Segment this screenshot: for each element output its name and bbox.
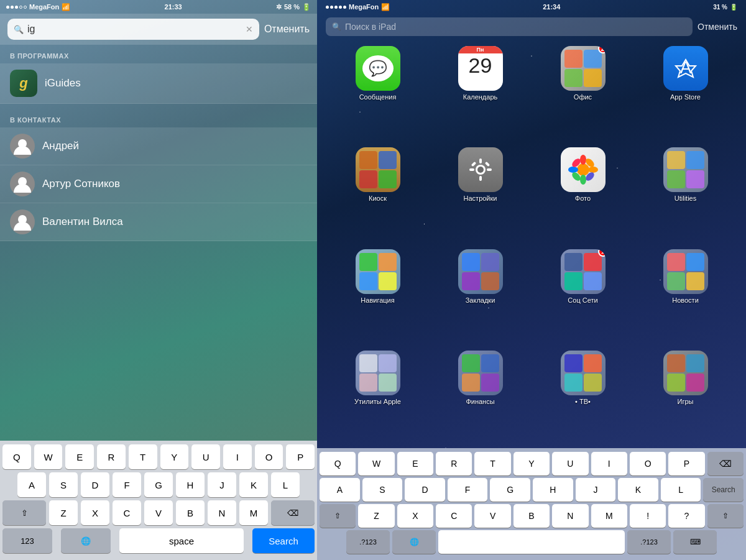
key-O[interactable]: O [255, 444, 283, 469]
calendar-icon: Пн 29 [458, 46, 503, 91]
key-B[interactable]: B [176, 500, 205, 525]
rkey-exclaim[interactable]: ! [630, 504, 666, 528]
app-calendar[interactable]: Пн 29 Календарь [432, 46, 528, 137]
cancel-button-right[interactable]: Отменить [698, 22, 737, 32]
key-U[interactable]: U [191, 444, 220, 469]
rkey-Q[interactable]: Q [320, 452, 356, 475]
contact-andrei[interactable]: Андрей [0, 127, 317, 165]
key-E[interactable]: E [65, 444, 94, 469]
app-settings[interactable]: Настройки [432, 147, 528, 239]
rkey-P[interactable]: P [668, 452, 704, 475]
rkey-N[interactable]: N [552, 504, 588, 528]
key-T[interactable]: T [129, 444, 157, 469]
rkey-globe[interactable]: 🌐 [392, 530, 436, 554]
key-R[interactable]: R [97, 444, 126, 469]
key-I[interactable]: I [223, 444, 252, 469]
key-X[interactable]: X [81, 500, 109, 525]
key-V[interactable]: V [144, 500, 173, 525]
rkey-space[interactable] [438, 530, 625, 554]
app-messages[interactable]: 💬 Сообщения [329, 46, 426, 137]
key-delete[interactable]: ⌫ [271, 500, 315, 525]
rkey-O[interactable]: O [630, 452, 666, 475]
key-J[interactable]: J [208, 472, 236, 497]
key-search[interactable]: Search [252, 528, 315, 553]
search-input-container[interactable]: 🔍 ✕ [7, 19, 259, 40]
app-tv[interactable]: • ТВ• [535, 351, 631, 442]
contact-artur[interactable]: Артур Сотников [0, 165, 317, 203]
key-S[interactable]: S [49, 472, 78, 497]
result-iguides[interactable]: g iGuides [0, 63, 317, 104]
app-games[interactable]: Игры [637, 351, 734, 442]
rkey-C[interactable]: C [436, 504, 472, 528]
rkey-K[interactable]: K [618, 478, 658, 502]
key-H[interactable]: H [176, 472, 205, 497]
rkey-U[interactable]: U [552, 452, 588, 475]
key-W[interactable]: W [34, 444, 63, 469]
rkey-123-left[interactable]: .?123 [346, 530, 390, 554]
rkey-M[interactable]: M [591, 504, 627, 528]
rkey-S[interactable]: S [362, 478, 403, 502]
app-kiosk[interactable]: Киоск [329, 147, 426, 239]
rkey-T[interactable]: T [474, 452, 510, 475]
rkey-F[interactable]: F [448, 478, 488, 502]
rkey-123-right[interactable]: .?123 [627, 530, 671, 554]
search-field[interactable] [27, 24, 242, 35]
rkey-R[interactable]: R [436, 452, 472, 475]
rkey-delete[interactable]: ⌫ [707, 452, 744, 475]
rkey-D[interactable]: D [405, 478, 445, 502]
key-Q[interactable]: Q [2, 444, 31, 469]
rkey-G[interactable]: G [490, 478, 530, 502]
key-P[interactable]: P [286, 444, 315, 469]
app-news[interactable]: Новости [637, 249, 734, 341]
app-ofis[interactable]: 2 Офис [535, 46, 631, 137]
rkey-E[interactable]: E [397, 452, 433, 475]
appstore-icon: A [663, 46, 708, 91]
key-D[interactable]: D [81, 472, 109, 497]
key-Z[interactable]: Z [49, 500, 78, 525]
app-navigation[interactable]: Навигация [329, 249, 426, 341]
rkey-W[interactable]: W [358, 452, 394, 475]
rkey-V[interactable]: V [474, 504, 510, 528]
app-appstore[interactable]: A App Store [637, 46, 734, 137]
key-F[interactable]: F [113, 472, 141, 497]
svg-text:A: A [679, 58, 691, 77]
key-C[interactable]: C [113, 500, 141, 525]
rkey-keyboard[interactable]: ⌨ [673, 530, 717, 554]
key-123[interactable]: 123 [2, 528, 52, 553]
bookmarks-label: Закладки [466, 296, 495, 305]
key-A[interactable]: A [17, 472, 46, 497]
rkey-question[interactable]: ? [668, 504, 704, 528]
rkey-A[interactable]: A [320, 478, 360, 502]
rkey-shift-right[interactable]: ⇧ [707, 504, 744, 528]
rkey-L[interactable]: L [661, 478, 701, 502]
search-input-right-container[interactable]: 🔍 Поиск в iPad [326, 17, 693, 36]
app-bookmarks[interactable]: Закладки [432, 249, 528, 341]
rkey-B[interactable]: B [513, 504, 550, 528]
key-L[interactable]: L [271, 472, 300, 497]
key-Y[interactable]: Y [160, 444, 189, 469]
rkey-Z[interactable]: Z [358, 504, 394, 528]
rkey-H[interactable]: H [533, 478, 573, 502]
app-photos[interactable]: Фото [535, 147, 631, 239]
rkey-X[interactable]: X [397, 504, 433, 528]
key-space[interactable]: space [119, 528, 244, 553]
app-apple-utils[interactable]: Утилиты Apple [329, 351, 426, 442]
rkey-I[interactable]: I [591, 452, 627, 475]
rkey-J[interactable]: J [576, 478, 616, 502]
rkey-search[interactable]: Search [703, 478, 744, 502]
rkey-Y[interactable]: Y [513, 452, 550, 475]
key-globe[interactable]: 🌐 [61, 528, 111, 553]
cancel-button-left[interactable]: Отменить [264, 24, 310, 35]
clear-button[interactable]: ✕ [246, 24, 253, 34]
app-social[interactable]: 1 Соц Сети [535, 249, 631, 341]
key-G[interactable]: G [144, 472, 173, 497]
rkey-shift[interactable]: ⇧ [320, 504, 356, 528]
svg-point-15 [568, 167, 578, 173]
key-N[interactable]: N [208, 500, 236, 525]
key-K[interactable]: K [239, 472, 268, 497]
contact-valentin[interactable]: Валентин Вилса [0, 203, 317, 241]
app-utilities[interactable]: Utilities [637, 147, 734, 239]
key-M[interactable]: M [239, 500, 268, 525]
key-shift[interactable]: ⇧ [2, 500, 46, 525]
app-finance[interactable]: Финансы [432, 351, 528, 442]
